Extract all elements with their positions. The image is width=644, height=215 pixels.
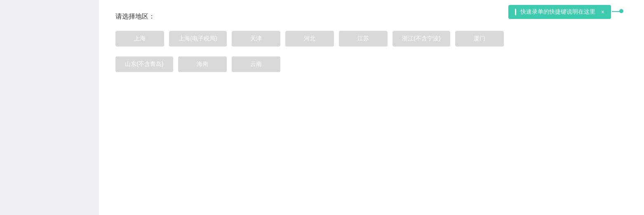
tooltip-close-button[interactable]: × <box>601 9 604 15</box>
region-btn-shanghai-etax[interactable]: 上海(电子税局) <box>169 31 227 47</box>
region-btn-jiangsu[interactable]: 江苏 <box>339 31 388 47</box>
region-btn-zhejiang[interactable]: 浙江(不含宁波) <box>393 31 450 47</box>
region-btn-yunnan[interactable]: 云南 <box>232 56 280 72</box>
region-btn-shandong[interactable]: 山东(不含青岛) <box>115 56 173 72</box>
tooltip-dot <box>619 9 623 13</box>
region-btn-xiamen[interactable]: 厦门 <box>455 31 504 47</box>
tooltip-text: 快速录单的快捷键说明在这里 <box>520 8 595 16</box>
region-btn-hainan[interactable]: 海南 <box>178 56 227 72</box>
left-sidebar <box>0 0 99 215</box>
region-buttons-container: 上海 上海(电子税局) 天津 河北 江苏 浙江(不含宁波) 厦门 山东(不含青岛… <box>115 31 628 72</box>
region-btn-hebei[interactable]: 河北 <box>285 31 334 47</box>
main-content: 请选择地区： 上海 上海(电子税局) 天津 河北 江苏 浙江(不含宁波) 厦门 … <box>99 0 644 215</box>
region-btn-tianjin[interactable]: 天津 <box>232 31 280 47</box>
region-btn-shanghai[interactable]: 上海 <box>115 31 164 47</box>
tooltip-banner: 快速录单的快捷键说明在这里 × <box>508 5 611 19</box>
